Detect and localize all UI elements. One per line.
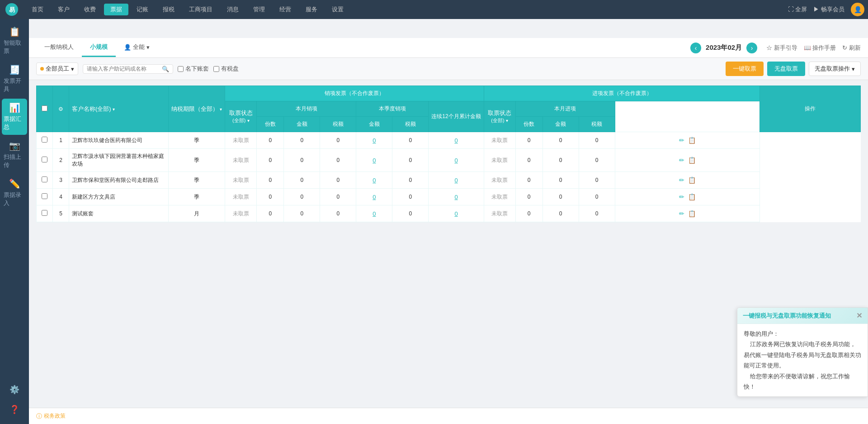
nav-fee[interactable]: 收费 (78, 4, 102, 15)
next-period-btn[interactable]: › (746, 43, 757, 53)
select-all-checkbox[interactable] (42, 105, 47, 111)
no-disk-op-btn[interactable]: 无盘取票操作 ▾ (809, 62, 861, 76)
row-index: 1 (53, 132, 69, 149)
scan-upload-icon: 📷 (9, 140, 20, 151)
row-sales-monthly-amount: 0 (284, 205, 320, 222)
nav-manage[interactable]: 管理 (247, 4, 271, 15)
nav-items: 首页 客户 收费 票据 记账 报税 工商项目 消息 管理 经营 服务 设置 (25, 4, 788, 15)
edit-btn[interactable]: ✏ (678, 192, 685, 201)
beginner-guide-btn[interactable]: ☆ 新手引导 (766, 44, 797, 52)
row-tax-period: 季 (169, 149, 225, 172)
policy-icon: ⓘ (36, 412, 42, 420)
member-btn[interactable]: ▶ 畅享会员 (813, 5, 844, 14)
more-btn[interactable]: 📋 (687, 192, 697, 201)
monthly-sales-count-header: 份数 (257, 117, 284, 132)
sidebar-item-smart-ticket[interactable]: 📋 智能取票 (2, 23, 27, 59)
nav-tax[interactable]: 报税 (156, 4, 181, 15)
nav-service[interactable]: 服务 (299, 4, 324, 15)
notification-title: 一键报税与无盘取票功能恢复通知 (743, 312, 831, 320)
row-client-name: 卫辉市汲水镇下园涧营薯苗木种植家庭农场 (69, 149, 169, 172)
nav-business2[interactable]: 经营 (273, 4, 297, 15)
quarterly-sales-amount-header: 金额 (356, 117, 392, 132)
main-content: 一般纳税人 小规模 👤 全能 ▾ ‹ 2023年02月 › ☆ 新手引导 📖 操… (29, 19, 868, 228)
row-checkbox[interactable] (42, 210, 47, 216)
nav-client[interactable]: 客户 (52, 4, 76, 15)
in-status-filter-icon[interactable]: ▾ (506, 118, 508, 123)
more-btn[interactable]: 📋 (687, 156, 697, 165)
nav-settings[interactable]: 设置 (326, 4, 350, 15)
period-filter-icon[interactable]: ▾ (220, 107, 222, 112)
quarterly-sales-tax-header: 税额 (392, 117, 429, 132)
no-disk-ticket-btn[interactable]: 无盘取票 (767, 62, 805, 76)
has-tax-disk-checkbox-label[interactable]: 有税盘 (213, 65, 239, 73)
sidebar-item-invoice-entry[interactable]: ✏️ 票据录入 (2, 175, 27, 211)
tax-policy-link[interactable]: 税务政策 (44, 412, 66, 420)
row-checkbox[interactable] (42, 137, 47, 143)
table-row: 1 卫辉市玖玖健合医药有限公司 季 未取票 0 0 0 0 0 0 未取票 0 … (37, 132, 861, 149)
tab-all-capability[interactable]: 👤 全能 ▾ (116, 38, 158, 57)
my-accounts-checkbox-label[interactable]: 名下账套 (178, 65, 209, 73)
nav-invoice[interactable]: 票据 (104, 4, 128, 15)
row-action-cell: ✏ 📋 (615, 149, 760, 172)
prev-period-btn[interactable]: ‹ (690, 43, 701, 53)
has-tax-disk-checkbox[interactable] (213, 66, 219, 72)
row-in-monthly-tax: 0 (579, 189, 615, 205)
search-input[interactable] (87, 66, 159, 72)
more-btn[interactable]: 📋 (687, 176, 697, 185)
all-capability-icon: 👤 (124, 44, 131, 51)
notification-close-btn[interactable]: ✕ (856, 311, 862, 320)
refresh-btn[interactable]: ↻ 刷新 (842, 44, 861, 52)
user-avatar[interactable]: 👤 (851, 3, 864, 16)
monthly-in-count-header: 份数 (515, 117, 542, 132)
more-btn[interactable]: 📋 (687, 209, 697, 218)
nav-business[interactable]: 工商项目 (183, 4, 219, 15)
row-sales-monthly-amount: 0 (284, 189, 320, 205)
row-checkbox[interactable] (42, 176, 47, 182)
row-checkbox-cell (37, 172, 53, 189)
row-sales-status: 未取票 (225, 132, 257, 149)
row-sales-monthly-amount: 0 (284, 172, 320, 189)
table-row: 2 卫辉市汲水镇下园涧营薯苗木种植家庭农场 季 未取票 0 0 0 0 0 0 … (37, 149, 861, 172)
more-btn[interactable]: 📋 (687, 136, 697, 145)
row-checkbox[interactable] (42, 157, 47, 162)
row-checkbox[interactable] (42, 193, 47, 199)
row-in-status: 未取票 (484, 189, 515, 205)
row-sales-cumulative: 0 (429, 172, 484, 189)
nav-home[interactable]: 首页 (25, 4, 50, 15)
edit-btn[interactable]: ✏ (678, 156, 685, 165)
employee-filter[interactable]: 全部员工 ▾ (36, 62, 78, 75)
nav-accounting[interactable]: 记账 (130, 4, 155, 15)
edit-btn[interactable]: ✏ (678, 176, 685, 185)
row-in-monthly-count: 0 (515, 189, 542, 205)
one-key-ticket-btn[interactable]: 一键取票 (726, 62, 764, 76)
row-sales-cumulative: 0 (429, 132, 484, 149)
row-sales-monthly-tax: 0 (320, 205, 356, 222)
in-invoice-group-header: 进项发票（不合作废票） (484, 86, 760, 101)
row-sales-quarterly-amount: 0 (356, 149, 392, 172)
row-in-status: 未取票 (484, 132, 515, 149)
invoice-entry-icon: ✏️ (9, 178, 20, 189)
row-in-monthly-amount: 0 (542, 189, 579, 205)
edit-btn[interactable]: ✏ (678, 209, 685, 218)
sidebar-help-icon[interactable]: ❓ (5, 400, 24, 419)
manual-btn[interactable]: 📖 操作手册 (804, 44, 836, 52)
my-accounts-checkbox[interactable] (178, 66, 184, 72)
monthly-in-header: 本月进项 (515, 101, 615, 117)
tab-small-scale[interactable]: 小规模 (82, 38, 116, 57)
row-client-name: 新建区方方文具店 (69, 189, 169, 205)
sidebar-item-scan-upload[interactable]: 📷 扫描上传 (2, 137, 27, 173)
fullscreen-btn[interactable]: ⛶ 全屏 (788, 5, 807, 14)
row-sales-monthly-tax: 0 (320, 149, 356, 172)
sidebar-settings-icon[interactable]: ⚙️ (5, 381, 24, 399)
edit-btn[interactable]: ✏ (678, 136, 685, 145)
row-client-name: 测试账套 (69, 205, 169, 222)
nav-message[interactable]: 消息 (221, 4, 245, 15)
sidebar-item-issue-invoice[interactable]: 🧾 发票开具 (2, 61, 27, 97)
row-index: 5 (53, 205, 69, 222)
filter-icon[interactable]: ▾ (113, 107, 115, 112)
sales-status-filter-icon[interactable]: ▾ (247, 118, 250, 123)
sidebar-item-invoice-summary[interactable]: 📊 票据汇总 (2, 99, 27, 135)
tab-general-taxpayer[interactable]: 一般纳税人 (36, 38, 82, 57)
search-icon[interactable]: 🔍 (162, 66, 169, 72)
sales-status-header: 取票状态 (全部) ▾ (225, 101, 257, 132)
